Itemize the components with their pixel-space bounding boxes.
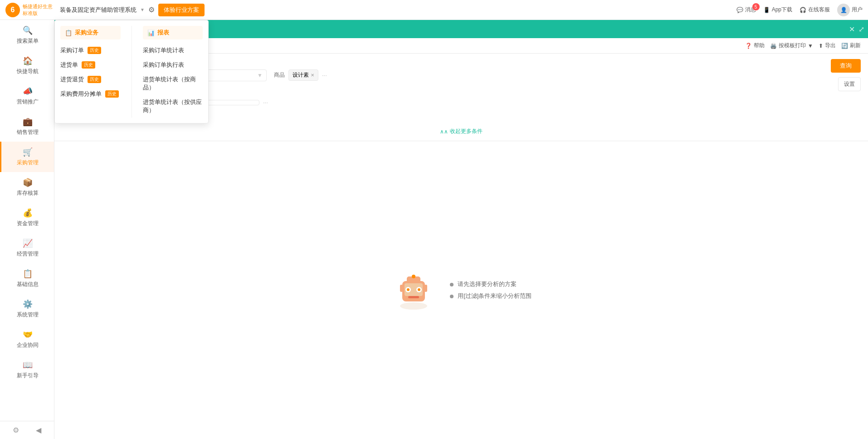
sidebar-item-search[interactable]: 🔍 搜索菜单 xyxy=(0,20,54,50)
industry-btn[interactable]: 体验行业方案 xyxy=(158,4,205,16)
collapse-btn[interactable]: ∧∧ 收起更多条件 xyxy=(440,128,483,135)
inbound-badge: 历史 xyxy=(82,61,95,69)
svg-rect-7 xyxy=(408,296,419,298)
menu-item-return[interactable]: 进货退货 历史 xyxy=(60,72,121,87)
finance-icon: 💰 xyxy=(23,208,33,218)
collapse-sidebar-icon[interactable]: ◀ xyxy=(36,426,41,434)
menu-section-purchase: 📋 采购业务 采购订单 历史 进货单 历史 进货退货 历史 采购费用分摊单 历史 xyxy=(60,26,121,118)
export-btn[interactable]: ⬆ 导出 xyxy=(819,42,836,49)
menu-section-report: 📊 报表 采购订单统计表 采购订单执行表 进货单统计表（按商品） 进货单统计表（… xyxy=(143,26,203,118)
refresh-btn[interactable]: 🔄 刷新 xyxy=(841,42,861,49)
menu-item-order-stats[interactable]: 采购订单统计表 xyxy=(143,43,203,58)
fee-badge: 历史 xyxy=(105,90,119,98)
sidebar: 🔍 搜索菜单 🏠 快捷导航 📣 营销推广 💼 销售管理 🛒 采购管理 📦 xyxy=(0,20,54,439)
section1-header: 📋 采购业务 xyxy=(60,26,121,39)
sidebar-item-guide[interactable]: 📖 新手引导 xyxy=(0,355,54,385)
search-icon: 🔍 xyxy=(23,25,33,35)
svg-point-5 xyxy=(407,288,410,291)
guide-icon: 📖 xyxy=(23,360,33,370)
top-bar-right: 💬 消息 5 📱 App下载 🎧 在线客服 👤 用户 xyxy=(736,4,863,16)
menu-item-order-exec[interactable]: 采购订单执行表 xyxy=(143,58,203,72)
sidebar-item-nav[interactable]: 🏠 快捷导航 xyxy=(0,50,54,81)
sidebar-item-system[interactable]: ⚙️ 系统管理 xyxy=(0,294,54,324)
sales-icon: 💼 xyxy=(23,117,33,127)
sidebar-item-operations[interactable]: 📈 经营管理 xyxy=(0,233,54,263)
goods-tag-remove[interactable]: ✕ xyxy=(311,73,314,78)
headset-icon: 🎧 xyxy=(800,7,806,13)
logo-text: 畅捷通好生意 标准版 xyxy=(23,3,53,16)
help-btn[interactable]: ❓ 帮助 xyxy=(745,42,765,49)
svg-rect-9 xyxy=(424,285,427,292)
export-icon: ⬆ xyxy=(819,43,823,49)
right-action-btns: 查询 设置 xyxy=(831,59,861,91)
hint-2: 用[过滤]条件来缩小分析范围 xyxy=(450,290,532,302)
basic-icon: 📋 xyxy=(23,269,33,279)
goods-tag: 设计素 ✕ xyxy=(288,69,318,81)
hint-1: 请先选择要分析的方案 xyxy=(450,278,532,290)
logo-icon: 6 xyxy=(5,3,20,17)
section2-header: 📊 报表 xyxy=(143,26,203,39)
sidebar-item-sales[interactable]: 💼 销售管理 xyxy=(0,111,54,142)
close-window-icon[interactable]: ✕ xyxy=(849,25,855,34)
operations-icon: 📈 xyxy=(23,238,33,248)
home-icon: 🏠 xyxy=(23,56,33,66)
goods-filter: 商品 设计素 ✕ ··· xyxy=(274,69,327,81)
menu-item-inbound-stats-goods[interactable]: 进货单统计表（按商品） xyxy=(143,72,203,95)
avatar: 👤 xyxy=(837,4,850,16)
robot-svg xyxy=(391,267,436,313)
menu-divider xyxy=(132,26,132,118)
refresh-icon: 🔄 xyxy=(841,43,848,49)
settings-icon[interactable]: ⚙ xyxy=(148,5,155,14)
return-badge: 历史 xyxy=(88,76,101,83)
sidebar-item-marketing[interactable]: 📣 营销推广 xyxy=(0,81,54,111)
logo-area: 6 畅捷通好生意 标准版 xyxy=(5,3,60,17)
print-dropdown-icon[interactable]: ▼ xyxy=(808,43,813,49)
query-btn[interactable]: 查询 xyxy=(831,59,861,73)
svg-point-0 xyxy=(400,302,427,310)
collapse-up-icon: ∧∧ xyxy=(440,128,448,135)
phone-icon: 📱 xyxy=(763,7,770,13)
maximize-icon[interactable]: ⤢ xyxy=(858,25,864,34)
top-bar: 6 畅捷通好生意 标准版 装备及固定资产辅助管理系统 ▼ ⚙ 体验行业方案 💬 … xyxy=(0,0,868,20)
tab-bar-close: ✕ ⤢ xyxy=(849,25,864,34)
menu-item-inbound[interactable]: 进货单 历史 xyxy=(60,58,121,72)
svg-rect-8 xyxy=(400,285,403,292)
purchase-dropdown-menu: 📋 采购业务 采购订单 历史 进货单 历史 进货退货 历史 采购费用分摊单 历史… xyxy=(54,20,209,123)
menu-item-fee[interactable]: 采购费用分摊单 历史 xyxy=(60,87,121,101)
system-dropdown-arrow[interactable]: ▼ xyxy=(140,7,145,12)
purchase-icon: 🛒 xyxy=(23,147,33,157)
salesperson-more-dots[interactable]: ··· xyxy=(263,99,268,106)
message-icon: 💬 xyxy=(736,7,743,13)
sidebar-item-finance[interactable]: 💰 资金管理 xyxy=(0,202,54,233)
report-section-icon: 📊 xyxy=(147,30,155,36)
top-bar-center: 装备及固定资产辅助管理系统 ▼ ⚙ 体验行业方案 xyxy=(60,4,736,16)
svg-point-11 xyxy=(412,275,415,278)
inventory-icon: 📦 xyxy=(23,178,33,187)
megaphone-icon: 📣 xyxy=(23,86,33,96)
message-btn[interactable]: 💬 消息 5 xyxy=(736,6,756,14)
purchase-order-badge: 历史 xyxy=(88,47,101,54)
sidebar-item-purchase[interactable]: 🛒 采购管理 xyxy=(0,142,54,172)
app-download-btn[interactable]: 📱 App下载 xyxy=(763,6,792,14)
sidebar-bottom: ⚙ ◀ xyxy=(0,421,54,439)
print-btn[interactable]: 🖨️ 按模板打印 ▼ xyxy=(770,42,813,49)
sidebar-items: 🔍 搜索菜单 🏠 快捷导航 📣 营销推广 💼 销售管理 🛒 采购管理 📦 xyxy=(0,20,54,385)
sidebar-item-inventory[interactable]: 📦 库存核算 xyxy=(0,172,54,202)
goods-more-dots[interactable]: ··· xyxy=(322,72,327,79)
enterprise-icon: 🤝 xyxy=(23,330,33,340)
empty-content: 请先选择要分析的方案 用[过滤]条件来缩小分析范围 xyxy=(391,267,532,313)
online-service-btn[interactable]: 🎧 在线客服 xyxy=(800,6,830,14)
settings-bottom-icon[interactable]: ⚙ xyxy=(13,426,19,434)
empty-state: 请先选择要分析的方案 用[过滤]条件来缩小分析范围 xyxy=(54,141,868,439)
system-title: 装备及固定资产辅助管理系统 xyxy=(60,6,137,14)
help-icon: ❓ xyxy=(745,43,752,49)
sidebar-item-enterprise[interactable]: 🤝 企业协同 xyxy=(0,324,54,355)
collapse-row: ∧∧ 收起更多条件 xyxy=(62,126,861,135)
menu-item-purchase-order[interactable]: 采购订单 历史 xyxy=(60,43,121,58)
setting-btn[interactable]: 设置 xyxy=(838,77,861,91)
svg-point-6 xyxy=(418,288,420,291)
empty-illustration xyxy=(391,267,436,313)
user-btn[interactable]: 👤 用户 xyxy=(837,4,863,16)
menu-item-inbound-stats-supplier[interactable]: 进货单统计表（按供应商） xyxy=(143,95,203,118)
sidebar-item-basic[interactable]: 📋 基础信息 xyxy=(0,263,54,294)
